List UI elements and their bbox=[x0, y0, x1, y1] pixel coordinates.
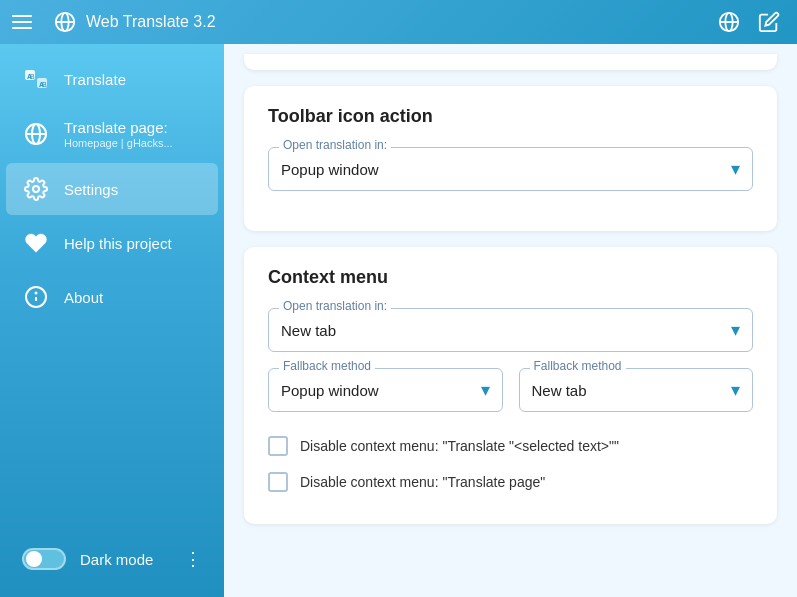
fallback2-select-row: New tab ▾ Popup window New tab Sidebar bbox=[532, 379, 741, 401]
toolbar-icon-action-card: Toolbar icon action Open translation in:… bbox=[244, 86, 777, 231]
checkbox-disable-selected-text[interactable]: Disable context menu: "Translate "<selec… bbox=[268, 428, 753, 464]
fallback1-select-row: Popup window ▾ Popup window New tab Side… bbox=[281, 379, 490, 401]
sidebar-item-about[interactable]: About bbox=[6, 271, 218, 323]
app-title: Web Translate 3.2 bbox=[86, 13, 216, 31]
sidebar-item-settings-label: Settings bbox=[64, 181, 118, 198]
partial-card bbox=[244, 54, 777, 70]
sidebar-item-translate-label: Translate bbox=[64, 71, 126, 88]
checkbox-disable-translate-page[interactable]: Disable context menu: "Translate page" bbox=[268, 464, 753, 500]
translate-page-text: Translate page: Homepage | gHacks... bbox=[64, 119, 173, 149]
sidebar-item-help[interactable]: Help this project bbox=[6, 217, 218, 269]
checkbox-disable-selected-text-label: Disable context menu: "Translate "<selec… bbox=[300, 438, 619, 454]
sidebar-item-settings[interactable]: Settings bbox=[6, 163, 218, 215]
sidebar-item-translate-page[interactable]: Translate page: Homepage | gHacks... bbox=[6, 107, 218, 161]
svg-point-15 bbox=[33, 186, 39, 192]
dark-mode-item: Dark mode ⋮ bbox=[6, 538, 218, 580]
hamburger-button[interactable] bbox=[12, 6, 44, 38]
context-menu-card: Context menu Open translation in: New ta… bbox=[244, 247, 777, 524]
fallback-methods-row: Fallback method Popup window ▾ Popup win… bbox=[268, 368, 753, 428]
toolbar-open-translation-field: Open translation in: Popup window ▾ Popu… bbox=[268, 147, 753, 191]
app-logo-icon bbox=[54, 11, 76, 33]
dark-mode-label: Dark mode bbox=[80, 551, 153, 568]
sidebar-item-about-label: About bbox=[64, 289, 103, 306]
sidebar-item-help-label: Help this project bbox=[64, 235, 172, 252]
checkbox-disable-translate-page-box[interactable] bbox=[268, 472, 288, 492]
content-inner: Toolbar icon action Open translation in:… bbox=[224, 44, 797, 560]
toggle-knob bbox=[26, 551, 42, 567]
main-layout: A B A B Translate Translate page: Homepa… bbox=[0, 44, 797, 597]
content-area: Toolbar icon action Open translation in:… bbox=[224, 44, 797, 597]
fallback2-field: Fallback method New tab ▾ Popup window N… bbox=[519, 368, 754, 412]
context-open-translation-field: Open translation in: New tab ▾ Popup win… bbox=[268, 308, 753, 352]
svg-text:B: B bbox=[42, 81, 47, 88]
title-bar: Web Translate 3.2 bbox=[0, 0, 797, 44]
translate-page-icon bbox=[22, 120, 50, 148]
sidebar-bottom: Dark mode ⋮ bbox=[0, 529, 224, 589]
title-bar-actions bbox=[713, 6, 785, 38]
context-select-row: New tab ▾ Popup window New tab Sidebar bbox=[281, 319, 740, 341]
svg-text:B: B bbox=[30, 73, 35, 80]
translate-icon: A B A B bbox=[22, 65, 50, 93]
toolbar-icon-action-title: Toolbar icon action bbox=[268, 106, 753, 127]
checkbox-disable-translate-page-label: Disable context menu: "Translate page" bbox=[300, 474, 545, 490]
about-icon bbox=[22, 283, 50, 311]
toolbar-select-row: Popup window ▾ Popup window New tab Side… bbox=[281, 158, 740, 180]
checkbox-disable-selected-text-box[interactable] bbox=[268, 436, 288, 456]
context-menu-title: Context menu bbox=[268, 267, 753, 288]
globe-button[interactable] bbox=[713, 6, 745, 38]
dark-mode-toggle[interactable] bbox=[22, 548, 66, 570]
translate-page-sub: Homepage | gHacks... bbox=[64, 137, 173, 149]
settings-icon bbox=[22, 175, 50, 203]
edit-button[interactable] bbox=[753, 6, 785, 38]
sidebar-item-translate[interactable]: A B A B Translate bbox=[6, 53, 218, 105]
sidebar: A B A B Translate Translate page: Homepa… bbox=[0, 44, 224, 597]
title-bar-left: Web Translate 3.2 bbox=[12, 6, 216, 38]
more-button[interactable]: ⋮ bbox=[184, 548, 202, 570]
translate-page-label: Translate page: bbox=[64, 119, 173, 136]
fallback1-field: Fallback method Popup window ▾ Popup win… bbox=[268, 368, 503, 412]
help-icon bbox=[22, 229, 50, 257]
